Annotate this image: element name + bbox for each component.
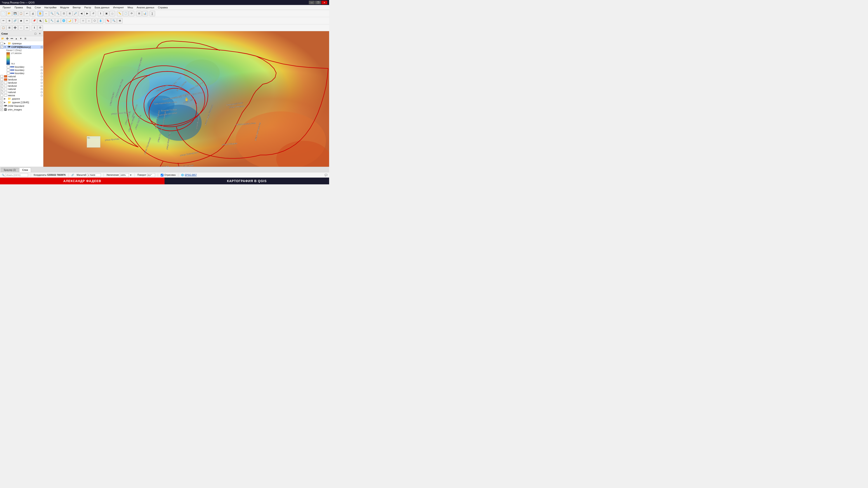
layer-checkbox-natural1[interactable] [0,75,3,78]
layers-open-btn[interactable]: 📂 [1,37,5,41]
tab-layers[interactable]: Слои [19,168,31,172]
layers-down-btn[interactable]: ▼ [19,37,23,41]
deselect-button[interactable]: □ [110,11,115,16]
layer-checkbox-natural3[interactable] [0,91,3,94]
checkbox-b3[interactable] [7,72,9,74]
zoom-last-button[interactable]: ◀ [79,11,84,16]
layer-item-zdaniya[interactable]: ▶ 📁 здания [13645] [0,101,43,104]
plugin3-button[interactable]: 🔧 [49,18,55,24]
menu-modules[interactable]: Модули [58,6,71,9]
georef-button[interactable]: 📌 [32,18,37,24]
pan-map-button[interactable]: ↔ [43,11,49,16]
snap-button[interactable]: 🔗 [12,18,18,24]
open-project-button[interactable]: 📂 [6,11,12,16]
status-msgs-icon[interactable]: 💬 [324,174,327,176]
window-controls[interactable]: — ❐ ✕ [309,1,327,4]
print-button[interactable]: 🖨 [30,11,35,16]
sublayer-boundary1[interactable]: boundary ▢ [6,65,43,68]
t3-btn2[interactable]: ⊞ [6,25,12,31]
menu-internet[interactable]: Интернет [111,6,126,9]
layer-item-natural1[interactable]: natural ▢ [0,75,43,78]
checkbox-b2[interactable] [7,69,9,71]
zoom-next-button[interactable]: ▶ [85,11,90,16]
digitize-button[interactable]: ⊕ [6,18,12,24]
sublayer-boundary2[interactable]: boundary ▢ [6,68,43,72]
bottom-tabs[interactable]: Браузер (2) Слои [0,167,329,172]
layer-expand-dorogi[interactable]: ▶ [4,98,7,100]
layer-checkbox-landuse-a[interactable] [0,78,3,81]
layers-add-btn[interactable]: ➕ [5,37,9,41]
status-rendering[interactable]: Отрисовка [161,174,176,176]
menu-mesh[interactable]: Меш [126,6,135,9]
layer-checkbox-granitsy[interactable] [0,42,3,45]
menu-edit[interactable]: Правка [13,6,25,9]
layers-filter-btn[interactable]: ⊞ [23,37,27,41]
zoom-input[interactable] [120,173,129,177]
menu-database[interactable]: База данных [93,6,112,9]
save-as-button[interactable]: 📋 [18,11,24,16]
identify-button[interactable]: ℹ [98,11,103,16]
split-button[interactable]: ✂ [24,18,30,24]
layers-up-btn[interactable]: ▲ [14,37,18,41]
moon-button[interactable]: 🌙 [67,18,72,24]
select2-button[interactable]: ⊹ [80,18,86,24]
t3-help[interactable]: ℹ [32,25,37,31]
layer-checkbox-osm[interactable] [0,105,3,107]
layer-checkbox-srtm[interactable] [0,108,3,111]
landuse-a-opt[interactable]: ▢ [41,78,43,80]
natural3-opt[interactable]: ▢ [41,91,43,93]
time-button[interactable]: 🕐 [123,11,128,16]
layers-header-btn1[interactable]: ▢ [33,32,37,36]
close-button[interactable]: ✕ [321,1,327,4]
rendering-checkbox[interactable] [161,174,163,176]
maska-opt[interactable]: ▢ [41,94,43,96]
layer-item-natural3[interactable]: natural ▢ [0,91,43,94]
menu-raster[interactable]: Растр [83,6,93,9]
layer-checkbox-landuse-c[interactable] [0,85,3,87]
status-search[interactable]: 🔍 [2,173,28,177]
layer-diagram-button[interactable]: 📊 [142,11,148,16]
bookmarks-button[interactable]: 🔖 [105,18,111,24]
layer-item-landuse-b[interactable]: landuse ▢ [0,81,43,84]
natural1-opt[interactable]: ▢ [41,75,43,77]
menu-project[interactable]: Проект [1,6,13,9]
edit-pencil-button[interactable]: ✏ [1,18,6,24]
layer-item-osm[interactable]: 🗺 OSM Standard [0,104,43,108]
menu-help[interactable]: Справка [156,6,169,9]
select3-button[interactable]: ⬡ [92,18,97,24]
layer-checkbox-maska[interactable] [0,94,3,97]
sublayer-boundary3[interactable]: boundary ▢ [6,72,43,75]
layer-item-dorogi[interactable]: ▶ 📁 дороги [0,97,43,101]
layer-expand-zdaniya[interactable]: ▶ [4,101,7,103]
map-canvas-area[interactable]: Мар... [43,31,329,167]
menu-analysis[interactable]: Анализ данных [135,6,156,9]
status-crs[interactable]: 🌐 EPSG:3857 [181,174,197,176]
t3-btn1[interactable]: 📋 [1,25,6,31]
layers-toolbar[interactable]: 📂 ➕ ➖ ▲ ▼ ⊞ [0,36,43,41]
layers-remove-btn[interactable]: ➖ [10,37,14,41]
select-button[interactable]: ▣ [104,11,109,16]
minimize-button[interactable]: — [309,1,315,4]
refresh-button[interactable]: ↺ [90,11,96,16]
globe-button[interactable]: 🌐 [61,18,66,24]
search-button[interactable]: 🔍 [111,18,117,24]
layer-checkbox-zdaniya[interactable] [0,101,3,104]
layer-item-srtm[interactable]: 🖼 srtm_images [0,108,43,111]
zoom-selection-button[interactable]: ⊞ [67,11,72,16]
zoom-layer-button[interactable]: 🔎 [73,11,78,16]
scale-input[interactable] [87,173,101,177]
measure-button[interactable]: 📏 [117,11,123,16]
layer-item-cop30[interactable]: ▼ 🗺 COP30[Memory] ▢ [0,45,43,49]
new-project-button[interactable]: 📄 [1,11,6,16]
layers-header-btn2[interactable]: ✕ [38,32,42,36]
plugin1-button[interactable]: 🔌 [37,18,43,24]
rotation-input[interactable] [147,173,155,177]
zoom-out-button[interactable]: 🔍 [55,11,61,16]
layer-expand-granitsy[interactable]: ▶ [4,42,7,44]
maximize-button[interactable]: ❐ [315,1,321,4]
menu-settings[interactable]: Настройки [42,6,58,9]
layer-item-granitsy[interactable]: ▶ 📁 границы [0,41,43,45]
boundary3-opt[interactable]: ▢ [41,72,43,74]
crs-value[interactable]: EPSG:3857 [185,174,197,176]
layer-item-landuse-a[interactable]: landuse ▢ [0,78,43,81]
